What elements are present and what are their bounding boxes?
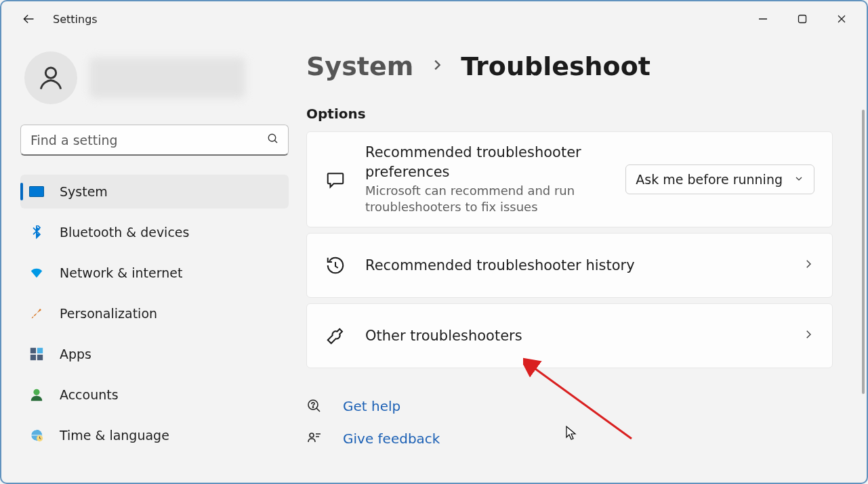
accounts-icon xyxy=(28,387,45,403)
maximize-icon xyxy=(798,14,807,24)
preferences-dropdown[interactable]: Ask me before running xyxy=(625,164,814,194)
link-label: Give feedback xyxy=(343,431,440,447)
window-controls xyxy=(743,5,861,33)
card-subtitle: Microsoft can recommend and run troubles… xyxy=(365,183,596,216)
breadcrumb-current: Troubleshoot xyxy=(461,51,650,81)
globe-clock-icon xyxy=(28,427,45,443)
minimize-icon xyxy=(758,14,768,24)
sidebar-item-label: Time & language xyxy=(60,428,169,443)
scrollbar[interactable] xyxy=(860,110,867,483)
maximize-button[interactable] xyxy=(783,5,822,33)
search-icon xyxy=(267,133,279,148)
close-icon xyxy=(837,14,846,24)
sidebar-item-personalization[interactable]: Personalization xyxy=(20,296,289,330)
help-icon xyxy=(306,398,324,414)
sidebar-item-accounts[interactable]: Accounts xyxy=(20,378,289,412)
card-title: Recommended troubleshooter preferences xyxy=(365,143,625,181)
card-other-troubleshooters[interactable]: Other troubleshooters xyxy=(306,303,833,368)
apps-icon xyxy=(28,346,45,362)
sidebar-item-apps[interactable]: Apps xyxy=(20,337,289,371)
card-title: Recommended troubleshooter history xyxy=(365,256,794,275)
chevron-down-icon xyxy=(793,172,804,187)
svg-rect-3 xyxy=(30,348,36,353)
history-icon xyxy=(325,255,346,276)
svg-point-11 xyxy=(312,407,313,408)
sidebar-item-label: Personalization xyxy=(60,306,157,321)
system-icon xyxy=(28,183,45,200)
title-bar: Settings xyxy=(1,1,867,37)
chevron-right-icon xyxy=(802,258,814,273)
sidebar-item-bluetooth[interactable]: Bluetooth & devices xyxy=(20,215,289,249)
svg-rect-4 xyxy=(37,348,43,353)
person-icon xyxy=(36,63,66,93)
close-button[interactable] xyxy=(822,5,861,33)
dropdown-value: Ask me before running xyxy=(636,172,783,187)
scrollbar-thumb[interactable] xyxy=(862,110,865,394)
breadcrumb: System Troubleshoot xyxy=(306,51,833,81)
svg-point-12 xyxy=(310,433,314,437)
sidebar-item-label: System xyxy=(60,184,108,199)
svg-point-7 xyxy=(33,389,39,395)
back-arrow-icon xyxy=(22,12,35,26)
sidebar-item-time-language[interactable]: Time & language xyxy=(20,418,289,452)
app-title: Settings xyxy=(53,13,98,26)
svg-rect-6 xyxy=(37,355,43,360)
back-button[interactable] xyxy=(14,4,43,34)
wrench-icon xyxy=(325,326,346,346)
svg-rect-0 xyxy=(799,16,806,23)
get-help-link[interactable]: Get help xyxy=(306,398,833,414)
nav-list: System Bluetooth & devices Network & int… xyxy=(20,175,289,452)
chevron-right-icon xyxy=(430,58,445,75)
feedback-icon xyxy=(306,431,324,447)
give-feedback-link[interactable]: Give feedback xyxy=(306,431,833,447)
user-name-redacted xyxy=(89,58,245,98)
card-title: Other troubleshooters xyxy=(365,326,794,345)
breadcrumb-parent[interactable]: System xyxy=(306,51,413,81)
section-header-options: Options xyxy=(306,106,833,122)
svg-rect-5 xyxy=(30,355,36,360)
main-content: System Troubleshoot Options Recommended … xyxy=(299,37,867,483)
svg-point-1 xyxy=(45,68,56,78)
sidebar-item-network[interactable]: Network & internet xyxy=(20,256,289,290)
paintbrush-icon xyxy=(28,305,45,322)
minimize-button[interactable] xyxy=(743,5,783,33)
sidebar-item-label: Network & internet xyxy=(60,265,182,280)
bluetooth-icon xyxy=(28,224,45,240)
wifi-icon xyxy=(28,265,45,281)
sidebar-item-system[interactable]: System xyxy=(20,175,289,208)
sidebar: System Bluetooth & devices Network & int… xyxy=(1,37,299,483)
sidebar-item-label: Apps xyxy=(60,347,91,361)
chevron-right-icon xyxy=(802,328,814,343)
user-profile[interactable] xyxy=(20,51,289,104)
search-container xyxy=(20,125,289,156)
search-input[interactable] xyxy=(20,125,289,156)
svg-point-2 xyxy=(268,134,276,141)
card-troubleshooter-preferences: Recommended troubleshooter preferences M… xyxy=(306,131,833,227)
card-troubleshooter-history[interactable]: Recommended troubleshooter history xyxy=(306,233,833,298)
link-label: Get help xyxy=(343,398,400,414)
chat-icon xyxy=(325,169,346,190)
avatar xyxy=(24,51,77,104)
sidebar-item-label: Accounts xyxy=(60,387,119,402)
sidebar-item-label: Bluetooth & devices xyxy=(60,225,189,240)
